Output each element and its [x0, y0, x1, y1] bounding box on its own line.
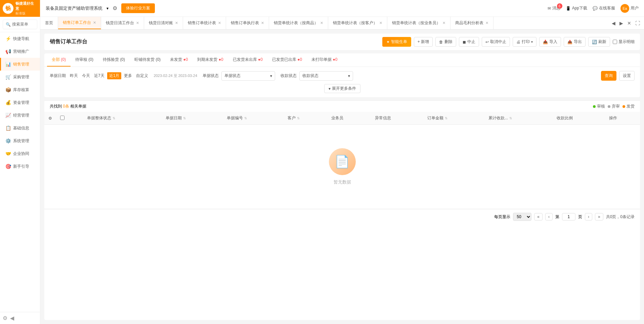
- header-gear-icon[interactable]: ⚙: [113, 5, 117, 11]
- sidebar-search-button[interactable]: 🔍 搜索菜单: [3, 19, 37, 29]
- ai-generate-button[interactable]: ✦ 智能生单: [382, 37, 411, 47]
- th-amount: 订单金额 ⇅: [423, 112, 484, 125]
- cancel-review-action-button[interactable]: 弃审: [608, 104, 620, 109]
- tab-sales-summary-cust[interactable]: 销货单统计表（按客户） ✕: [328, 17, 387, 29]
- show-detail-checkbox[interactable]: [613, 40, 617, 44]
- filter-date-today[interactable]: 今天: [81, 72, 91, 79]
- filter-tab-expired-not-shipped[interactable]: 到期未发货 ●0: [192, 53, 228, 67]
- expand-conditions-button[interactable]: ▾ 展开更多条件: [324, 84, 360, 93]
- tab-gross-profit[interactable]: 商品毛利分析表 ✕: [450, 17, 493, 29]
- tab-sales-summary-prod[interactable]: 销货单统计表（按商品） ✕: [269, 17, 328, 29]
- sidebar-item-finance-label: 资金管理: [13, 100, 29, 106]
- sidebar-item-operation[interactable]: 📈 经营管理: [0, 109, 40, 122]
- tab-sales-summary-prod-close[interactable]: ✕: [320, 21, 323, 25]
- print-button[interactable]: 🖨 打印 ▾: [513, 37, 536, 47]
- tab-sales-order-close[interactable]: ✕: [93, 21, 96, 25]
- page-size-select[interactable]: 10 20 50 100: [513, 213, 531, 221]
- prev-page-button[interactable]: ‹: [545, 213, 553, 220]
- online-service-button[interactable]: 💬 在线客服: [593, 5, 615, 11]
- th-abnormal-label: 异常信息: [375, 116, 391, 120]
- tab-cash-reconcile-close[interactable]: ✕: [175, 21, 178, 25]
- sidebar-item-finance[interactable]: 💰 资金管理: [0, 96, 40, 109]
- tab-close-all-button[interactable]: ✕: [626, 20, 633, 27]
- review-action-button[interactable]: 审核: [593, 104, 605, 109]
- filter-tab-pending-review[interactable]: 待审核 (0): [71, 53, 98, 67]
- ship-action-button[interactable]: 发货: [622, 104, 635, 109]
- export-button[interactable]: 📤 导出: [564, 37, 586, 47]
- th-customer-sort-icon[interactable]: ⇅: [297, 116, 300, 120]
- filter-tab-not-printed[interactable]: 未打印单据 ●0: [307, 53, 342, 67]
- sidebar-item-newbie-label: 新手引导: [13, 164, 29, 169]
- solution-button[interactable]: 体验行业方案: [121, 3, 155, 13]
- tab-sales-stat[interactable]: 销售订单统计表 ✕: [183, 17, 226, 29]
- tab-gross-profit-close[interactable]: ✕: [485, 21, 488, 25]
- query-button[interactable]: 查询: [601, 71, 616, 81]
- cancel-stop-button[interactable]: ↩ 取消中止: [482, 37, 510, 47]
- sidebar-item-marketing[interactable]: 📢 营销推广: [0, 45, 40, 58]
- sidebar-item-sales[interactable]: 📊 销售管理: [0, 58, 40, 71]
- th-amount-sort-icon[interactable]: ⇅: [445, 116, 447, 120]
- th-status-sort-icon[interactable]: ⇅: [113, 116, 115, 120]
- sidebar-item-quick[interactable]: ⚡ 快捷导航: [0, 32, 40, 45]
- filter-tab-wangpu[interactable]: 旺铺待发货 (0): [130, 53, 165, 67]
- filter-settings-button[interactable]: 设置: [619, 71, 635, 81]
- th-date-sort-icon[interactable]: ⇅: [183, 116, 186, 120]
- select-all-checkbox[interactable]: [60, 116, 65, 120]
- column-settings-icon[interactable]: ⚙: [48, 116, 52, 121]
- total-records-text: 共0页，0条记录: [606, 214, 635, 220]
- tab-next-button[interactable]: ▶: [618, 20, 625, 27]
- sidebar-item-enterprise[interactable]: 🤝 企业协同: [0, 147, 40, 160]
- th-number-sort-icon[interactable]: ⇅: [244, 116, 247, 120]
- tab-home[interactable]: 首页: [40, 17, 58, 29]
- tab-cash-daily-close[interactable]: ✕: [136, 21, 139, 25]
- tab-fullscreen-button[interactable]: ⛶: [634, 20, 641, 27]
- sidebar-item-inventory[interactable]: 📦 库存核算: [0, 83, 40, 96]
- next-page-button[interactable]: ›: [585, 213, 592, 220]
- filter-tab-shipped-not-out[interactable]: 已发货未出库 ●0: [228, 53, 267, 67]
- refresh-button[interactable]: 🔄 刷新: [588, 37, 610, 47]
- filter-payment-select[interactable]: 收款状态 ▾: [299, 71, 353, 81]
- filter-date-more[interactable]: 更多: [123, 72, 133, 79]
- tab-sales-exec[interactable]: 销售订单执行表 ✕: [226, 17, 269, 29]
- tab-sales-summary-staff-close[interactable]: ✕: [442, 21, 445, 25]
- table-body: 📄 暂无数据: [44, 125, 640, 209]
- filter-tab-shipped-out[interactable]: 已发货已出库 ●0: [267, 53, 307, 67]
- filter-tab-pending-check[interactable]: 待拣验货 (0): [98, 53, 130, 67]
- ship-dot: [622, 105, 625, 108]
- add-button[interactable]: + 新增: [414, 37, 433, 47]
- filter-date-7days[interactable]: 近7天: [93, 72, 106, 79]
- first-page-button[interactable]: «: [534, 213, 543, 220]
- filter-status-select[interactable]: 单据状态 ▾: [221, 71, 275, 81]
- tab-sales-exec-close[interactable]: ✕: [261, 21, 264, 25]
- filter-date-yesterday[interactable]: 昨天: [69, 72, 79, 79]
- th-ratio: 收款比例: [553, 112, 605, 125]
- stop-button[interactable]: ◼ 中止: [459, 37, 479, 47]
- delete-button[interactable]: 🗑 删除: [435, 37, 456, 47]
- sidebar-item-purchase[interactable]: 🛒 采购管理: [0, 71, 40, 83]
- filter-date-custom[interactable]: 自定义: [135, 72, 149, 79]
- app-logo-text-block: 畅捷通好生意 标准版: [15, 1, 37, 16]
- tab-sales-summary-cust-close[interactable]: ✕: [379, 21, 382, 25]
- tab-sales-summary-staff[interactable]: 销货单统计表（按业务员） ✕: [387, 17, 450, 29]
- page-number-input[interactable]: [562, 213, 575, 220]
- filter-tab-not-shipped[interactable]: 未发货 ●0: [165, 53, 192, 67]
- message-button[interactable]: ✉ 消息 6: [548, 5, 560, 11]
- sidebar-settings-button[interactable]: ⚙: [3, 315, 7, 321]
- tab-prev-button[interactable]: ◀: [610, 20, 617, 27]
- app-download-button[interactable]: 📱 App下载: [566, 5, 587, 11]
- user-profile-button[interactable]: Ea 用户: [620, 4, 639, 13]
- sidebar-item-system[interactable]: ⚙️ 系统管理: [0, 134, 40, 147]
- tab-cash-reconcile[interactable]: 钱货日清对账 ✕: [144, 17, 183, 29]
- tab-sales-stat-close[interactable]: ✕: [218, 21, 221, 25]
- tab-sales-order[interactable]: 销售订单工作台 ✕: [58, 17, 101, 29]
- last-page-button[interactable]: »: [595, 213, 603, 220]
- tab-cash-daily[interactable]: 钱货日清工作台 ✕: [101, 17, 144, 29]
- sidebar-item-basic[interactable]: 📋 基础信息: [0, 122, 40, 134]
- filter-date-1month[interactable]: 近1月: [107, 72, 122, 79]
- filter-tab-all[interactable]: 全部 (0): [47, 53, 71, 67]
- sidebar-item-newbie[interactable]: 🎯 新手引导: [0, 160, 40, 173]
- th-collected-sort-icon[interactable]: ⇅: [509, 116, 512, 120]
- import-button[interactable]: 📥 导入: [539, 37, 561, 47]
- filter-conditions: 单据日期 昨天 今天 近7天 近1月 更多 自定义 2023-02-24 至 2…: [44, 67, 640, 97]
- sidebar-collapse-button[interactable]: ◀: [10, 315, 14, 321]
